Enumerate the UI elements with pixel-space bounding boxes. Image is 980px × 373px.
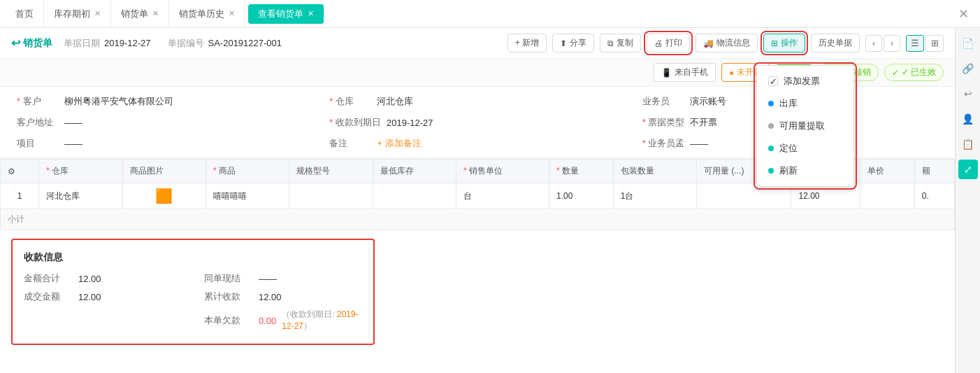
subtotal-row: 小计 [1, 209, 955, 230]
dot-blue-icon [768, 101, 774, 106]
outstanding-label: 本单欠款 [204, 314, 253, 327]
same-order-settlement-value: —— [259, 274, 277, 284]
invoice-type-label: 票据类型 [642, 116, 685, 129]
transaction-amount-label: 成交金额 [24, 290, 73, 303]
new-button[interactable]: + 新增 [507, 34, 547, 52]
project-row: 项目 —— [17, 137, 312, 150]
add-note-btn[interactable]: + 添加备注 [377, 137, 421, 150]
sidebar-expand-icon[interactable]: ⤢ [958, 160, 978, 179]
tab-inventory-init[interactable]: 库存期初 ✕ [44, 0, 111, 27]
checkbox-icon: ✓ [768, 76, 778, 86]
col-quantity: 数量 [549, 160, 614, 183]
row-quantity: 1.00 [549, 183, 614, 209]
payment-due-row: 收款到期日 2019-12-27 [329, 116, 625, 129]
row-product: 嘻嘻嘻嘻 [206, 183, 289, 209]
salesperson-value: 演示账号 [690, 95, 726, 108]
prev-arrow[interactable]: ‹ [865, 35, 882, 52]
address-value: —— [64, 118, 82, 128]
col-spec: 规格型号 [289, 160, 373, 183]
note-row: 备注 + 添加备注 [329, 137, 625, 150]
customer-value: 柳州粤港平安气体有限公司 [64, 95, 173, 108]
tab-sales-order-history[interactable]: 销货单历史 ✕ [169, 0, 245, 27]
row-min-stock [373, 183, 456, 209]
dropdown-add-invoice[interactable]: ✓ 添加发票 [757, 70, 853, 92]
list-view-btn[interactable]: ☰ [906, 35, 924, 52]
warehouse-value: 河北仓库 [377, 95, 413, 108]
payment-grid: 金额合计 12.00 同单现结 —— 成交金额 12.00 累计收款 12.00 [24, 272, 362, 332]
truck-icon: 🚚 [703, 38, 714, 48]
customer-label: 客户 [17, 95, 59, 108]
col-sales-unit: 销售单位 [456, 160, 549, 183]
view-toggle: ☰ ⊞ [906, 35, 944, 52]
tab-sales-order[interactable]: 销货单 ✕ [111, 0, 169, 27]
col-unit-price: 单价 [860, 160, 915, 183]
phone-icon: 📱 [661, 68, 672, 78]
row-stock: 12.00 [791, 183, 860, 209]
close-window-button[interactable]: ✕ [953, 6, 974, 22]
doc-header: ↩ 销货单 单据日期 2019-12-27 单据编号 SA-20191227-0… [0, 28, 955, 59]
address-label: 客户地址 [17, 116, 59, 129]
subtotal-label: 小计 [1, 209, 955, 230]
row-amount: 0. [914, 183, 954, 209]
close-tab-sales-order-history[interactable]: ✕ [229, 9, 235, 18]
outstanding-note: （收款到期日: 2019-12-27） [282, 309, 362, 332]
dropdown-available-qty[interactable]: 可用量提取 [757, 115, 853, 137]
col-min-stock: 最低库存 [373, 160, 456, 183]
salesperson-label: 业务员 [642, 95, 684, 108]
circle-icon: ● [729, 68, 734, 78]
close-tab-sales-order[interactable]: ✕ [152, 9, 159, 18]
share-icon: ⬆ [560, 38, 567, 48]
history-button[interactable]: 历史单据 [811, 34, 860, 52]
close-tab-view-sales-order[interactable]: ✕ [308, 9, 314, 18]
same-order-settlement-row: 同单现结 —— [204, 272, 362, 285]
warehouse-row: 仓库 河北仓库 [329, 95, 625, 108]
sidebar-user-icon[interactable]: 👤 [958, 109, 978, 129]
sidebar-link-icon[interactable]: 🔗 [958, 59, 978, 78]
dot-teal-icon-locate [768, 146, 774, 151]
doc-meta: 单据日期 2019-12-27 单据编号 SA-20191227-001 [64, 37, 282, 50]
from-phone-btn[interactable]: 📱 来自手机 [654, 63, 716, 82]
right-sidebar: 📄 🔗 ↩ 👤 📋 ⤢ [955, 28, 980, 373]
row-pack-qty: 1台 [613, 183, 696, 209]
row-spec [289, 183, 373, 209]
cumulative-collection-row: 累计收款 12.00 [204, 290, 362, 303]
payment-due-value: 2019-12-27 [387, 118, 433, 128]
tab-home[interactable]: 首页 [6, 0, 44, 27]
note-label: 备注 [329, 137, 371, 150]
row-unit-price [860, 183, 915, 209]
copy-icon: ⧉ [607, 38, 614, 48]
next-arrow[interactable]: › [884, 35, 900, 52]
payment-due-label: 收款到期日 [329, 116, 381, 129]
tab-view-sales-order[interactable]: 查看销货单 ✕ [248, 4, 324, 24]
customer-row: 客户 柳州粤港平安气体有限公司 [17, 95, 312, 108]
col-settings: ⚙ [1, 160, 39, 183]
row-product-image: 🟧 [122, 183, 206, 209]
share-button[interactable]: ⬆ 分享 [552, 34, 594, 52]
sidebar-copy-icon[interactable]: 📋 [958, 134, 978, 154]
total-amount-row: 金额合计 12.00 [24, 272, 182, 285]
dropdown-refresh[interactable]: 刷新 [757, 160, 853, 182]
doc-number: 单据编号 SA-20191227-001 [168, 37, 282, 50]
operation-button[interactable]: ⊞ 操作 [763, 34, 805, 52]
sidebar-return-icon[interactable]: ↩ [958, 84, 978, 104]
toolbar: + 新增 ⬆ 分享 ⧉ 复制 🖨 打印 🚚 物流信息 [507, 34, 944, 52]
check-icon-effective: ✓ [892, 68, 899, 78]
address-row: 客户地址 —— [17, 116, 312, 129]
total-amount-label: 金额合计 [24, 272, 73, 285]
print-button[interactable]: 🖨 打印 [647, 34, 690, 52]
dropdown-locate[interactable]: 定位 [757, 137, 853, 160]
effective-badge[interactable]: ✓ ✓ 已生效 [884, 64, 944, 81]
sidebar-doc-icon[interactable]: 📄 [958, 34, 978, 53]
invoice-type-value: 不开票 [690, 116, 717, 129]
dropdown-outbound[interactable]: 出库 [757, 92, 853, 115]
sales-rep-value: —— [690, 139, 708, 149]
logistics-button[interactable]: 🚚 物流信息 [696, 34, 758, 52]
doc-icon: ↩ [11, 36, 20, 50]
cumulative-collection-value: 12.00 [259, 292, 282, 302]
close-tab-inventory-init[interactable]: ✕ [94, 9, 101, 18]
grid-view-btn[interactable]: ⊞ [925, 35, 944, 52]
copy-button[interactable]: ⧉ 复制 [600, 34, 641, 52]
same-order-settlement-label: 同单现结 [204, 272, 253, 285]
warehouse-label: 仓库 [329, 95, 371, 108]
payment-box: 收款信息 金额合计 12.00 同单现结 —— 成交金额 12.00 累计收款 … [11, 239, 375, 345]
